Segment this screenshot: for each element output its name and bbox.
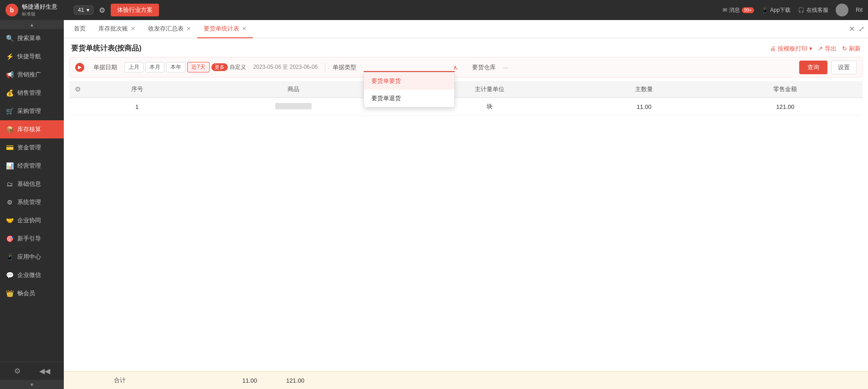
date-more-tag[interactable]: 更多: [211, 63, 228, 71]
main-content: 首页库存批次账✕收发存汇总表✕要货单统计表✕ ✕ ⤢ 要货单统计表(按商品) 🖨…: [64, 20, 868, 389]
top-header: b 畅捷通好生意 标准版 41 ▾ ⚙ 体验行业方案 ✉ 消息 99+ 📱 Ap…: [0, 0, 868, 20]
date-buttons: 上月 本月 本年 近7天 更多 自定义: [124, 62, 246, 72]
setting-button[interactable]: 设置: [831, 61, 857, 74]
store-number: 41: [78, 7, 84, 13]
avatar[interactable]: [836, 4, 848, 16]
date-recent-7days[interactable]: 近7天: [187, 62, 210, 72]
type-clear-icon[interactable]: ∧: [453, 64, 457, 71]
refresh-icon: ↻: [842, 45, 847, 52]
refresh-button[interactable]: ↻ 刷新: [842, 45, 861, 53]
sidebar: ▲ 🔍 搜索菜单 ⚡ 快捷导航 📢 营销推广 💰 销售管理 🛒 采购管理 📦 库…: [0, 20, 64, 389]
sidebar-label-search: 搜索菜单: [17, 34, 41, 42]
row-settings-0: [69, 98, 86, 116]
query-button[interactable]: 查询: [799, 61, 827, 74]
headset-icon: 🎧: [798, 7, 805, 13]
date-custom[interactable]: 自定义: [230, 63, 246, 71]
sidebar-item-shortcut[interactable]: ⚡ 快捷导航: [0, 47, 64, 66]
sidebar-icon-marketing: 📢: [5, 71, 14, 79]
sidebar-icon-appstore: 📱: [5, 253, 14, 261]
filter-row: ▶ 单据日期 上月 本月 本年 近7天 更多 自定义 2023-05-06 至 …: [75, 62, 857, 72]
row-no-0: 1: [86, 98, 188, 116]
sidebar-item-sales[interactable]: 💰 销售管理: [0, 84, 64, 102]
sidebar-item-appstore[interactable]: 📱 应用中心: [0, 248, 64, 266]
dropdown-item-requisition[interactable]: 要货单要货: [364, 72, 454, 90]
tab-requisition[interactable]: 要货单统计表✕: [197, 20, 253, 38]
messages-item[interactable]: ✉ 消息 99+: [723, 6, 754, 14]
online-service-item[interactable]: 🎧 在线客服: [798, 6, 828, 14]
sidebar-label-shortcut: 快捷导航: [17, 52, 41, 61]
date-last-month[interactable]: 上月: [124, 62, 144, 72]
tab-label-home: 首页: [74, 25, 86, 33]
sidebar-item-guide[interactable]: 🎯 新手引导: [0, 230, 64, 248]
chevron-down-icon: ▾: [809, 45, 812, 52]
row-amount-0: 121.00: [708, 98, 863, 116]
expand-icon[interactable]: ⤢: [858, 25, 864, 33]
trial-button[interactable]: 体验行业方案: [111, 4, 159, 16]
sidebar-item-finance[interactable]: 💳 资金管理: [0, 138, 64, 157]
col-no: 序号: [86, 81, 188, 98]
sidebar-icon-finance: 💳: [5, 143, 14, 152]
filter-expand-button[interactable]: ▶: [75, 63, 84, 72]
user-name: Rit: [856, 7, 863, 13]
tab-bar: 首页库存批次账✕收发存汇总表✕要货单统计表✕ ✕ ⤢: [64, 20, 868, 38]
sidebar-item-enterprise[interactable]: 🤝 企业协同: [0, 211, 64, 230]
tab-close-inventory[interactable]: ✕: [131, 26, 135, 32]
app-name: 畅捷通好生意: [22, 3, 57, 11]
print-button[interactable]: 🖨 按模板打印 ▾: [770, 45, 812, 53]
messages-label: 消息: [729, 6, 740, 14]
gear-icon[interactable]: ⚙: [99, 6, 105, 15]
sidebar-bottom: ⚙ ◀◀: [0, 362, 64, 380]
tab-inventory[interactable]: 库存批次账✕: [92, 20, 142, 38]
sidebar-label-guide: 新手引导: [17, 235, 41, 243]
sidebar-item-system[interactable]: ⚙ 系统管理: [0, 193, 64, 211]
type-input[interactable]: [364, 62, 455, 72]
date-this-year[interactable]: 本年: [166, 62, 185, 72]
print-icon: 🖨: [770, 45, 776, 52]
sidebar-item-purchase[interactable]: 🛒 采购管理: [0, 102, 64, 120]
type-label: 单据类型: [333, 63, 356, 72]
tab-label-requisition: 要货单统计表: [204, 25, 239, 33]
close-all-icon[interactable]: ✕: [849, 25, 855, 33]
warehouse-dots-icon[interactable]: ···: [503, 64, 508, 71]
tab-close-receivables[interactable]: ✕: [186, 26, 191, 32]
sidebar-icon-shortcut: ⚡: [5, 52, 14, 61]
sidebar-label-system: 系统管理: [17, 198, 41, 206]
phone-icon: 📱: [761, 7, 768, 13]
sidebar-label-purchase: 采购管理: [17, 107, 41, 115]
settings-icon[interactable]: ⚙: [14, 367, 21, 375]
tab-home[interactable]: 首页: [67, 20, 92, 38]
sidebar-item-vip[interactable]: 👑 畅会员: [0, 284, 64, 302]
sidebar-item-basic[interactable]: 🗂 基础信息: [0, 175, 64, 193]
collapse-icon[interactable]: ◀◀: [39, 367, 50, 375]
col-quantity: 主数量: [580, 81, 708, 98]
footer-total-label: 合计: [108, 376, 190, 384]
table-row: 1 块 11.00 121.00: [69, 98, 863, 116]
sidebar-label-marketing: 营销推广: [17, 71, 41, 79]
sidebar-item-search[interactable]: 🔍 搜索菜单: [0, 29, 64, 47]
tab-receivables[interactable]: 收发存汇总表✕: [142, 20, 197, 38]
sidebar-item-operations[interactable]: 📊 经营管理: [0, 157, 64, 175]
sidebar-icon-search: 🔍: [5, 34, 14, 42]
sidebar-scroll-down[interactable]: ▼: [0, 380, 64, 389]
tab-close-requisition[interactable]: ✕: [242, 26, 247, 32]
header-middle: 41 ▾ ⚙ 体验行业方案: [69, 4, 723, 16]
sidebar-label-operations: 经营管理: [17, 162, 41, 170]
sidebar-item-wechat[interactable]: 💬 企业微信: [0, 266, 64, 284]
sidebar-icon-system: ⚙: [5, 198, 14, 206]
sidebar-icon-enterprise: 🤝: [5, 216, 14, 225]
dropdown-item-return[interactable]: 要货单退货: [364, 90, 454, 107]
sidebar-item-inventory_calc[interactable]: 📦 库存核算: [0, 120, 64, 138]
date-this-month[interactable]: 本月: [145, 62, 164, 72]
app-download-item[interactable]: 📱 App下载: [761, 6, 791, 14]
header-right: ✉ 消息 99+ 📱 App下载 🎧 在线客服 Rit: [723, 4, 863, 16]
sidebar-icon-inventory_calc: 📦: [5, 125, 14, 133]
table-settings-icon[interactable]: ⚙: [75, 85, 81, 93]
export-icon: ↗: [818, 45, 823, 52]
sidebar-scroll-up[interactable]: ▲: [0, 20, 64, 29]
footer-amount: 121.00: [272, 377, 318, 384]
store-selector[interactable]: 41 ▾: [74, 5, 93, 15]
logo-icon: b: [5, 4, 18, 16]
export-button[interactable]: ↗ 导出: [818, 45, 837, 53]
app-download-label: App下载: [770, 6, 791, 14]
sidebar-item-marketing[interactable]: 📢 营销推广: [0, 66, 64, 84]
